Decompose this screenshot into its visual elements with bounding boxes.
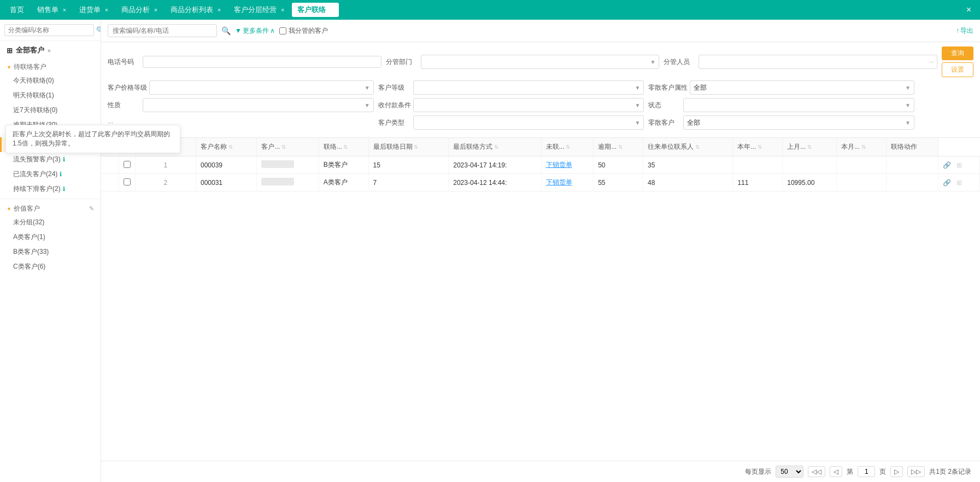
row-this-year: 10995.00 (783, 174, 837, 191)
nav-item-sales[interactable]: 销售单 × (32, 3, 72, 17)
settings-button[interactable]: 设置 (942, 62, 973, 77)
row-last-month (836, 156, 886, 174)
scatter-select[interactable]: 全部 ▼ (683, 115, 914, 130)
contact-method-link[interactable]: 下销货单 (546, 161, 572, 169)
scatter-attr-select[interactable]: 全部 ▼ (690, 80, 914, 95)
row-contact-person (733, 156, 783, 174)
filter-row-4: ··· 客户类型 ▼ 零散客户 全部 ▼ (108, 115, 973, 130)
manager-select[interactable]: ··· (699, 55, 937, 69)
last-page-button[interactable]: ▷▷ (907, 466, 925, 477)
contact-method-link[interactable]: 下销货单 (546, 178, 572, 186)
payment-arrow: ▼ (635, 102, 640, 108)
sidebar-item-today[interactable]: 今天待联络(0) (0, 73, 101, 88)
nav-item-customer-contact[interactable]: 客户联络 × (292, 3, 339, 17)
info-icon-declining[interactable]: ℹ (63, 185, 65, 193)
nav-item-purchase[interactable]: 进货单 × (74, 3, 114, 17)
more-conditions-button[interactable]: ▼ 更多条件 ∧ (235, 26, 275, 36)
nav-item-customer-tier[interactable]: 客户分层经营 × (228, 3, 290, 17)
nav-close-customer-tier[interactable]: × (281, 7, 284, 13)
value-group-edit-icon[interactable]: ✎ (89, 205, 94, 212)
nav-item-home[interactable]: 首页 (4, 3, 30, 17)
row-select-checkbox[interactable] (124, 161, 131, 168)
customer-search-input[interactable] (108, 24, 217, 37)
filter-row-3: 性质 ▼ 收付款条件 ▼ 状态 (108, 98, 973, 112)
sidebar-item-b-class[interactable]: B类客户(33) (0, 245, 101, 259)
row-last-contact-date: 2023-04-12 14:44: (449, 174, 541, 191)
query-button[interactable]: 查询 (942, 47, 973, 60)
grid-action-icon[interactable]: ⊞ (956, 179, 962, 187)
col-uncontacted[interactable]: 未联... (541, 138, 594, 156)
row-checkbox (119, 174, 135, 191)
export-button[interactable]: ↑ 导出 (956, 26, 973, 36)
payment-select[interactable]: ▼ (413, 98, 644, 112)
table-row: 1 000039 B类客户 15 2023-04-17 14:19: 下销货单 … (101, 156, 980, 174)
info-icon-churn-warning[interactable]: ℹ (63, 156, 65, 163)
sidebar-item-a-class[interactable]: A类客户(1) (0, 230, 101, 245)
sidebar-item-declining[interactable]: 持续下滑客户(2) ℹ (0, 182, 101, 196)
nature-select[interactable]: ▼ (143, 98, 374, 112)
grid-action-icon[interactable]: ⊞ (956, 161, 962, 169)
col-last-contact-date[interactable]: 最后联络日期 (368, 138, 449, 156)
nav-item-analysis[interactable]: 商品分析 × (116, 3, 163, 17)
col-last-contact-method[interactable]: 最后联络方式 (449, 138, 541, 156)
col-overdue[interactable]: 逾期... (594, 138, 643, 156)
sidebar-item-churned[interactable]: 已流失客户(24) ℹ (0, 167, 101, 182)
sidebar-item-c-class[interactable]: C类客户(6) (0, 259, 101, 274)
col-action: 联络动作 (886, 138, 938, 156)
dept-select[interactable]: ▼ (421, 55, 660, 69)
nature-label: 性质 (108, 101, 140, 110)
nav-close-sales[interactable]: × (63, 7, 66, 13)
page-size-select[interactable]: 50 10 20 100 (776, 466, 803, 478)
col-contact-count[interactable]: 联络... (319, 138, 368, 156)
customer-type-select[interactable]: ▼ (413, 115, 644, 130)
pagination-bar: 每页显示 50 10 20 100 ◁◁ ◁ 第 页 ▷ ▷▷ 共1页 2条记录 (101, 461, 980, 482)
filter-row-2: 客户价格等级 ▼ 客户等级 ▼ 零散客户属性 全部 (108, 80, 973, 95)
nav-close-customer-contact[interactable]: × (330, 7, 333, 13)
link-action-icon[interactable]: 🔗 (943, 161, 951, 169)
dept-label: 分管部门 (386, 57, 419, 67)
collapse-icon[interactable]: » (48, 48, 51, 54)
sidebar-item-7days[interactable]: 近7天待联络(0) (0, 103, 101, 118)
prev-page-button[interactable]: ◁ (830, 466, 842, 477)
row-action: 🔗 ⊞ (938, 156, 980, 174)
link-action-icon[interactable]: 🔗 (943, 179, 951, 187)
page-input[interactable] (858, 466, 875, 477)
customer-level-select[interactable]: ▼ (413, 80, 644, 95)
search-button[interactable]: 🔍 (221, 26, 231, 35)
my-customers-checkbox[interactable] (279, 27, 286, 34)
filter-phone: 电话号码 (108, 56, 382, 68)
sidebar-search-icon[interactable]: 🔍 (96, 26, 101, 34)
info-icon-churned[interactable]: ℹ (60, 171, 62, 178)
first-page-button[interactable]: ◁◁ (808, 466, 825, 477)
col-name[interactable]: 客户名称 (196, 138, 256, 156)
row-select-checkbox[interactable] (124, 178, 131, 185)
price-level-select[interactable]: ▼ (149, 80, 374, 95)
phone-input[interactable] (143, 56, 382, 68)
col-this-year[interactable]: 本年... (733, 138, 783, 156)
nav-close-analysis[interactable]: × (154, 7, 157, 13)
next-page-button[interactable]: ▷ (890, 466, 903, 477)
nav-close-purchase[interactable]: × (105, 7, 108, 13)
nav-item-analysis-list[interactable]: 商品分析列表 × (165, 3, 226, 17)
col-type[interactable]: 客户... (257, 138, 319, 156)
col-contact-person[interactable]: 往来单位联系人 (643, 138, 733, 156)
nav-close-analysis-list[interactable]: × (218, 7, 221, 13)
sidebar-item-ungrouped[interactable]: 未分组(32) (0, 215, 101, 230)
value-expand-icon[interactable]: ▼ (7, 206, 11, 212)
status-select[interactable]: ▼ (683, 98, 914, 112)
col-last-month[interactable]: 上月... (783, 138, 837, 156)
row-num: 2 (135, 174, 196, 191)
filter-panel: 电话号码 分管部门 ▼ 分管人员 ··· (101, 42, 980, 138)
sidebar-item-churn-warning[interactable]: 流失预警客户(3) ℹ (0, 152, 101, 167)
row-this-month (886, 174, 938, 191)
price-level-label: 客户价格等级 (108, 83, 147, 92)
sidebar-item-tomorrow[interactable]: 明天待联络(1) (0, 88, 101, 103)
row-overdue: 48 (643, 174, 733, 191)
expand-icon[interactable]: ▼ (7, 65, 11, 70)
customer-type-arrow: ▼ (635, 120, 640, 126)
table-header-row: ⚙ 客户编码 客户名称 客户... 联络... 最后联络日期 最后联络方式 未联… (101, 138, 980, 156)
row-last-month (836, 174, 886, 191)
category-search-input[interactable] (4, 24, 94, 36)
close-all-tabs[interactable]: × (962, 5, 976, 15)
col-this-month[interactable]: 本月... (836, 138, 886, 156)
